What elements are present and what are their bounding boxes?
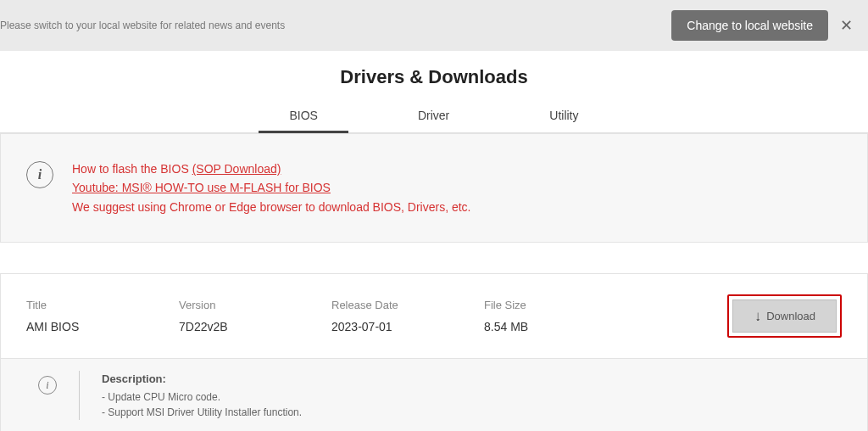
label-version: Version (179, 299, 331, 311)
banner-actions: Change to local website ✕ (671, 10, 868, 41)
col-version: Version 7D22v2B (179, 299, 331, 333)
download-button[interactable]: ⭣ Download (732, 299, 837, 333)
download-label: Download (766, 310, 815, 322)
notice-line1-text: How to flash the BIOS (72, 162, 192, 176)
banner-message: Please switch to your local website for … (0, 20, 285, 31)
value-version: 7D22v2B (179, 320, 331, 333)
notice-line-3: We suggest using Chrome or Edge browser … (72, 198, 471, 216)
col-title: Title AMI BIOS (26, 299, 179, 333)
tab-utility[interactable]: Utility (546, 100, 581, 132)
download-item-row: Title AMI BIOS Version 7D22v2B Release D… (1, 274, 867, 358)
value-size: 8.54 MB (484, 320, 727, 333)
col-date: Release Date 2023-07-01 (331, 299, 484, 333)
tab-bar: BIOS Driver Utility (0, 100, 868, 133)
change-website-button[interactable]: Change to local website (671, 10, 828, 41)
description-line-1: - Update CPU Micro code. (102, 389, 302, 405)
description-panel: i Description: - Update CPU Micro code. … (1, 358, 867, 431)
tab-bios[interactable]: BIOS (286, 100, 320, 132)
divider (79, 371, 80, 420)
description-text: Description: - Update CPU Micro code. - … (102, 371, 302, 420)
value-title: AMI BIOS (26, 320, 179, 333)
page-title: Drivers & Downloads (0, 51, 868, 100)
local-website-banner: Please switch to your local website for … (0, 0, 868, 51)
info-notice: i How to flash the BIOS (SOP Download) Y… (0, 133, 868, 243)
close-icon[interactable]: ✕ (840, 16, 853, 35)
download-item-card: Title AMI BIOS Version 7D22v2B Release D… (0, 273, 868, 431)
download-area: ⭣ Download (727, 294, 842, 338)
value-date: 2023-07-01 (331, 320, 484, 333)
download-icon: ⭣ (754, 311, 763, 322)
tab-driver[interactable]: Driver (415, 100, 453, 132)
info-icon: i (26, 161, 53, 188)
notice-content: How to flash the BIOS (SOP Download) You… (72, 160, 471, 216)
youtube-link[interactable]: Youtube: MSI® HOW-TO use M-FLASH for BIO… (72, 181, 331, 194)
notice-line-1: How to flash the BIOS (SOP Download) (72, 160, 471, 178)
sop-download-link[interactable]: (SOP Download) (192, 162, 281, 176)
label-date: Release Date (331, 299, 484, 311)
description-title: Description: (102, 371, 302, 388)
col-size: File Size 8.54 MB (484, 299, 727, 333)
download-highlight: ⭣ Download (727, 294, 842, 338)
label-size: File Size (484, 299, 727, 311)
label-title: Title (26, 299, 179, 311)
description-line-2: - Support MSI Driver Utility Installer f… (102, 405, 302, 420)
info-icon[interactable]: i (38, 376, 57, 395)
